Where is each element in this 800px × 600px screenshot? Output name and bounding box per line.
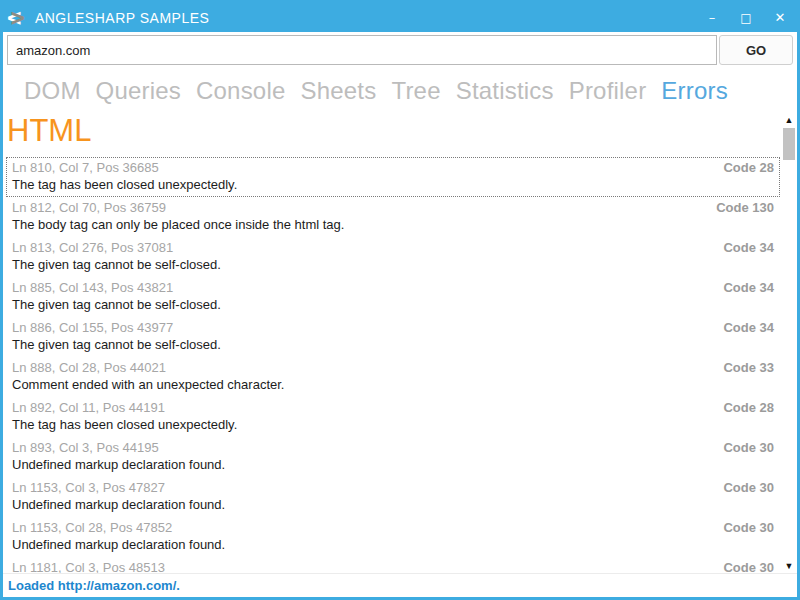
tab-queries[interactable]: Queries — [96, 77, 181, 105]
error-row[interactable]: Ln 888, Col 28, Pos 44021Code 33Comment … — [6, 357, 780, 397]
error-row[interactable]: Ln 1153, Col 3, Pos 47827Code 30Undefine… — [6, 477, 780, 517]
error-message: The given tag cannot be self-closed. — [12, 296, 774, 313]
error-code: Code 34 — [723, 240, 774, 256]
error-code: Code 28 — [723, 400, 774, 416]
tab-profiler[interactable]: Profiler — [569, 77, 647, 105]
titlebar: < > ANGLESHARP SAMPLES – □ ✕ — [3, 3, 797, 32]
tab-bar: DOMQueriesConsoleSheetsTreeStatisticsPro… — [3, 69, 797, 113]
error-code: Code 30 — [723, 440, 774, 456]
error-message: The tag has been closed unexpectedly. — [12, 416, 774, 433]
error-code: Code 34 — [723, 280, 774, 296]
scroll-down-icon[interactable]: ▼ — [785, 561, 794, 571]
error-row[interactable]: Ln 812, Col 70, Pos 36759Code 130The bod… — [6, 197, 780, 237]
error-location: Ln 893, Col 3, Pos 44195 — [12, 440, 159, 456]
error-message: Undefined markup declaration found. — [12, 536, 774, 553]
error-message: Undefined markup declaration found. — [12, 496, 774, 513]
error-code: Code 33 — [723, 360, 774, 376]
error-message: Undefined markup declaration found. — [12, 456, 774, 473]
error-code: Code 30 — [723, 520, 774, 536]
tab-statistics[interactable]: Statistics — [456, 77, 554, 105]
error-message: The given tag cannot be self-closed. — [12, 256, 774, 273]
error-location: Ln 813, Col 276, Pos 37081 — [12, 240, 173, 256]
error-code: Code 30 — [723, 480, 774, 496]
error-location: Ln 888, Col 28, Pos 44021 — [12, 360, 166, 376]
minimize-icon[interactable]: – — [695, 3, 729, 32]
error-row[interactable]: Ln 813, Col 276, Pos 37081Code 34The giv… — [6, 237, 780, 277]
vertical-scrollbar[interactable]: ▲ ▼ — [781, 113, 797, 573]
anglesharp-logo-icon: < > — [7, 6, 25, 30]
error-location: Ln 885, Col 143, Pos 43821 — [12, 280, 173, 296]
scrollbar-thumb[interactable] — [783, 128, 795, 160]
url-input[interactable] — [7, 35, 717, 65]
maximize-icon[interactable]: □ — [729, 3, 763, 32]
section-title: HTML — [7, 115, 780, 148]
error-row[interactable]: Ln 1153, Col 28, Pos 47852Code 30Undefin… — [6, 517, 780, 557]
error-location: Ln 812, Col 70, Pos 36759 — [12, 200, 166, 216]
error-location: Ln 1153, Col 28, Pos 47852 — [12, 520, 172, 536]
window-controls: – □ ✕ — [695, 3, 797, 32]
go-button[interactable]: GO — [719, 35, 793, 65]
close-icon[interactable]: ✕ — [763, 3, 797, 32]
error-row[interactable]: Ln 892, Col 11, Pos 44191Code 28The tag … — [6, 397, 780, 437]
error-list: Ln 810, Col 7, Pos 36685Code 28The tag h… — [6, 157, 780, 573]
tab-console[interactable]: Console — [196, 77, 285, 105]
status-bar: Loaded http://amazon.com/. — [3, 573, 797, 597]
error-row[interactable]: Ln 1181, Col 3, Pos 48513Code 30 — [6, 557, 780, 573]
error-location: Ln 810, Col 7, Pos 36685 — [12, 160, 159, 176]
address-bar: GO — [3, 32, 797, 69]
error-message: Comment ended with an unexpected charact… — [12, 376, 774, 393]
error-panel: HTML Ln 810, Col 7, Pos 36685Code 28The … — [3, 113, 781, 573]
scroll-up-icon[interactable]: ▲ — [785, 115, 794, 125]
error-message: The given tag cannot be self-closed. — [12, 336, 774, 353]
window-title: ANGLESHARP SAMPLES — [35, 10, 209, 26]
error-code: Code 34 — [723, 320, 774, 336]
error-code: Code 30 — [723, 560, 774, 573]
status-text: Loaded http://amazon.com/. — [8, 578, 180, 593]
tab-tree[interactable]: Tree — [391, 77, 440, 105]
tab-errors[interactable]: Errors — [661, 77, 728, 105]
logo-right-bracket: > — [10, 6, 24, 30]
error-code: Code 130 — [716, 200, 774, 216]
error-row[interactable]: Ln 893, Col 3, Pos 44195Code 30Undefined… — [6, 437, 780, 477]
tab-sheets[interactable]: Sheets — [301, 77, 377, 105]
content-area: HTML Ln 810, Col 7, Pos 36685Code 28The … — [3, 113, 797, 573]
error-code: Code 28 — [723, 160, 774, 176]
error-row[interactable]: Ln 886, Col 155, Pos 43977Code 34The giv… — [6, 317, 780, 357]
error-row[interactable]: Ln 885, Col 143, Pos 43821Code 34The giv… — [6, 277, 780, 317]
error-location: Ln 886, Col 155, Pos 43977 — [12, 320, 173, 336]
error-location: Ln 892, Col 11, Pos 44191 — [12, 400, 165, 416]
error-message: The tag has been closed unexpectedly. — [12, 176, 774, 193]
tab-dom[interactable]: DOM — [24, 77, 81, 105]
error-location: Ln 1153, Col 3, Pos 47827 — [12, 480, 165, 496]
app-window: < > ANGLESHARP SAMPLES – □ ✕ GO DOMQueri… — [0, 0, 800, 600]
error-location: Ln 1181, Col 3, Pos 48513 — [12, 560, 165, 573]
error-message: The body tag can only be placed once ins… — [12, 216, 774, 233]
error-row[interactable]: Ln 810, Col 7, Pos 36685Code 28The tag h… — [6, 157, 780, 197]
